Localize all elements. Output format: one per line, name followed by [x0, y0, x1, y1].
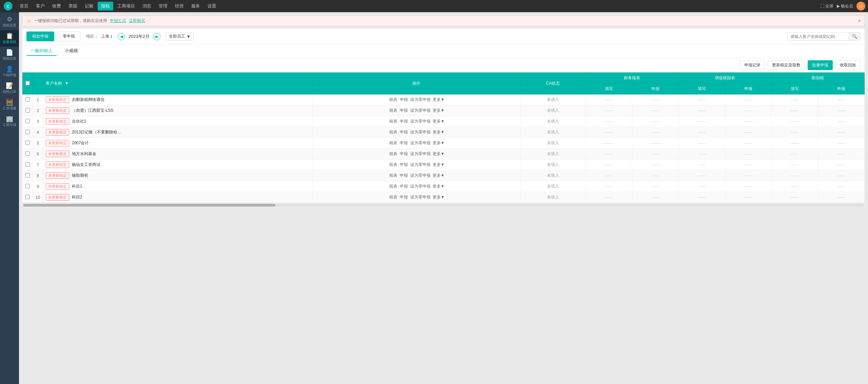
notice-close-button[interactable]: ×	[858, 18, 861, 24]
op-more[interactable]: 更多▼	[433, 151, 445, 156]
row-checkbox[interactable]	[25, 108, 30, 112]
search-input[interactable]	[788, 33, 849, 40]
nav-tax[interactable]: 报税	[98, 2, 113, 10]
batch-tax-icon: 📋	[6, 33, 13, 39]
op-set-zero[interactable]: 设为零申报	[410, 184, 431, 189]
nav-billing[interactable]: 收费	[49, 2, 64, 10]
row-checkbox[interactable]	[25, 162, 30, 167]
row-add-declare: ——	[818, 192, 864, 203]
update-tax-data-button[interactable]: 更新税定及取数	[768, 60, 805, 70]
op-more[interactable]: 更多▼	[433, 108, 445, 113]
op-more[interactable]: 更多▼	[433, 141, 445, 145]
sidebar-item-tax-settings[interactable]: ⚙ 报税设置	[0, 14, 19, 30]
row-checkbox[interactable]	[25, 130, 30, 134]
op-set-zero[interactable]: 设为零申报	[410, 130, 431, 134]
row-checkbox[interactable]	[25, 173, 30, 177]
op-more[interactable]: 更多▼	[433, 173, 445, 178]
nav-business[interactable]: 工商项目	[114, 2, 138, 10]
row-checkbox[interactable]	[25, 97, 30, 102]
row-customer-name: 未更新税定 科目2	[43, 192, 313, 203]
op-more[interactable]: 更多▼	[433, 130, 445, 134]
row-num: 8	[33, 170, 43, 181]
sidebar-item-batch-tax[interactable]: 📋 批量报税	[0, 30, 19, 47]
nav-home[interactable]: 首页	[16, 2, 32, 10]
notice-link-buy[interactable]: 立即购买	[129, 18, 145, 24]
nav-customer[interactable]: 客户	[33, 2, 48, 10]
prev-month-button[interactable]: ◀	[118, 33, 125, 40]
op-tax-form[interactable]: 税表	[389, 97, 397, 102]
op-declare[interactable]: 申报	[400, 195, 408, 199]
op-set-zero[interactable]: 设为零申报	[410, 97, 431, 102]
op-tax-form[interactable]: 税表	[389, 173, 397, 178]
user-avatar[interactable]: U	[856, 2, 865, 10]
op-more[interactable]: 更多▼	[433, 162, 445, 167]
nav-settings[interactable]: 设置	[204, 2, 220, 10]
collect-receipt-button[interactable]: 收取回执	[835, 60, 861, 70]
op-declare[interactable]: 申报	[400, 173, 408, 178]
op-tax-form[interactable]: 税表	[389, 108, 397, 113]
row-checkbox[interactable]	[25, 141, 30, 145]
sidebar-item-reconciliation[interactable]: 🧮 汇算清缴	[0, 97, 19, 113]
op-set-zero[interactable]: 设为零申报	[410, 151, 431, 156]
tab-zero-declaration[interactable]: 零申报	[57, 31, 81, 41]
row-customer-name: 未更新税定 地方水利基金	[43, 149, 313, 159]
next-month-button[interactable]: ▶	[153, 33, 160, 40]
op-tax-form[interactable]: 税表	[389, 195, 397, 199]
notice-link-summary[interactable]: 申报汇总	[110, 18, 126, 24]
op-tax-form[interactable]: 税表	[389, 119, 397, 124]
op-declare[interactable]: 申报	[400, 108, 408, 113]
nav-management[interactable]: 管理	[155, 2, 171, 10]
op-declare[interactable]: 申报	[400, 162, 408, 167]
tab-general-taxpayer[interactable]: 一般的税人	[26, 46, 57, 56]
row-checkbox[interactable]	[25, 184, 30, 188]
op-tax-form[interactable]: 税表	[389, 141, 397, 145]
op-more[interactable]: 更多▼	[433, 184, 445, 189]
op-set-zero[interactable]: 设为零申报	[410, 108, 431, 113]
search-button[interactable]: 🔍	[849, 33, 860, 40]
member-button[interactable]: ▶ 畅会员	[837, 3, 853, 9]
nav-operations[interactable]: 经营	[172, 2, 187, 10]
nav-invoice[interactable]: 票据	[65, 2, 81, 10]
op-set-zero[interactable]: 设为零申报	[410, 119, 431, 124]
op-declare[interactable]: 申报	[400, 184, 408, 189]
th-operation: 操作	[313, 73, 520, 94]
row-add-fill: ——	[771, 181, 818, 192]
sidebar-item-tax-overview[interactable]: 📄 报税总览	[0, 47, 19, 63]
batch-declare-button[interactable]: 批量申报	[808, 60, 833, 70]
op-set-zero[interactable]: 设为零申报	[410, 173, 431, 178]
op-declare[interactable]: 申报	[400, 141, 408, 145]
op-tax-form[interactable]: 税表	[389, 184, 397, 189]
op-declare[interactable]: 申报	[400, 130, 408, 134]
nav-accounting[interactable]: 记账	[81, 2, 97, 10]
op-set-zero[interactable]: 设为零申报	[410, 195, 431, 199]
row-add-fill: ——	[771, 138, 818, 149]
op-tax-form[interactable]: 税表	[389, 162, 397, 167]
row-operations: 税表 申报 设为零申报 更多▼	[313, 127, 520, 138]
row-checkbox[interactable]	[25, 119, 30, 123]
op-more[interactable]: 更多▼	[433, 97, 445, 102]
op-tax-form[interactable]: 税表	[389, 151, 397, 156]
tab-tax-declaration[interactable]: 税款申报	[26, 31, 54, 41]
declaration-records-button[interactable]: 申报记录	[740, 60, 765, 70]
op-declare[interactable]: 申报	[400, 97, 408, 102]
tab-small-scale[interactable]: 小规模	[61, 46, 82, 56]
row-checkbox[interactable]	[25, 151, 30, 156]
fullscreen-button[interactable]: ⛶ 全屏	[820, 3, 833, 9]
select-all-checkbox[interactable]	[25, 81, 30, 85]
op-declare[interactable]: 申报	[400, 151, 408, 156]
op-set-zero[interactable]: 设为零申报	[410, 162, 431, 167]
sidebar-item-annual-report[interactable]: 🏢 工商年报	[0, 113, 19, 130]
op-tax-form[interactable]: 税表	[389, 130, 397, 134]
nav-messages[interactable]: 消息	[139, 2, 155, 10]
sidebar-item-personal-tax[interactable]: 👤 个税申报	[0, 63, 19, 80]
staff-selector[interactable]: 全部员工 ▼	[166, 32, 194, 41]
nav-service[interactable]: 服务	[188, 2, 203, 10]
op-declare[interactable]: 申报	[400, 119, 408, 124]
op-more[interactable]: 更多▼	[433, 195, 445, 199]
op-set-zero[interactable]: 设为零申报	[410, 141, 431, 145]
sort-icon[interactable]: ▼	[65, 81, 69, 86]
horizontal-scrollbar[interactable]	[22, 203, 865, 207]
row-checkbox[interactable]	[25, 195, 30, 199]
sidebar-item-tax-records[interactable]: 📝 报税记录	[0, 80, 19, 97]
op-more[interactable]: 更多▼	[433, 119, 445, 124]
